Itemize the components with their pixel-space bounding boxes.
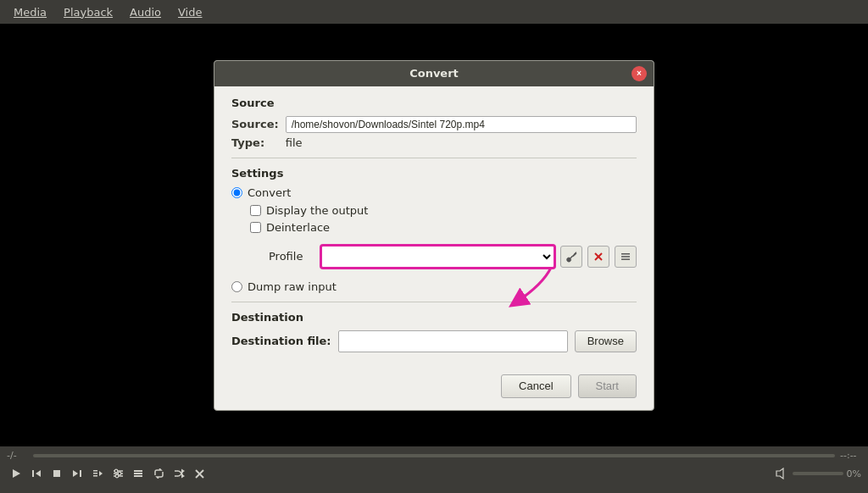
svg-marker-31 — [776, 468, 783, 479]
dialog-overlay: Convert × Source Source: Type: file — [0, 24, 868, 446]
indent-options: Display the output Deinterlace Profile — [250, 204, 637, 275]
destination-section-title: Destination — [231, 311, 637, 324]
controls-bar: -/- --:-- — [0, 446, 868, 493]
dump-raw-label: Dump raw input — [248, 280, 337, 293]
dump-raw-radio[interactable] — [231, 281, 242, 292]
next-button[interactable] — [68, 464, 86, 483]
dialog-title: Convert — [236, 67, 632, 80]
prev-icon — [31, 468, 42, 479]
svg-rect-9 — [53, 470, 60, 477]
stop-button[interactable] — [47, 464, 66, 483]
type-value: file — [286, 136, 637, 149]
vlc-window: Media Playback Audio Vide Convert × — [0, 0, 868, 493]
svg-rect-23 — [134, 473, 142, 474]
menu-audio[interactable]: Audio — [123, 4, 168, 20]
svg-point-21 — [115, 474, 119, 478]
progress-bar[interactable] — [33, 454, 835, 457]
next-icon — [72, 468, 82, 479]
close-media-icon — [195, 469, 204, 479]
play-icon — [11, 468, 21, 479]
radio-group: Convert Display the output Deinterlace — [231, 186, 637, 293]
display-output-option: Display the output — [250, 204, 637, 217]
volume-bar[interactable] — [793, 472, 843, 475]
time-right: --:-- — [840, 450, 861, 461]
svg-marker-6 — [13, 469, 20, 478]
close-media-button[interactable] — [190, 464, 209, 483]
stop-icon — [53, 469, 61, 478]
svg-marker-7 — [36, 470, 41, 477]
deinterlace-option: Deinterlace — [250, 221, 637, 234]
list-icon — [620, 251, 632, 263]
svg-marker-28 — [181, 469, 185, 474]
browse-button[interactable]: Browse — [575, 330, 637, 352]
source-label: Source: — [231, 118, 279, 130]
dialog-actions: Cancel Start — [214, 366, 654, 410]
type-label: Type: — [231, 136, 279, 149]
svg-marker-15 — [99, 471, 103, 476]
svg-marker-27 — [181, 474, 185, 479]
convert-dialog: Convert × Source Source: Type: file — [214, 60, 654, 411]
menu-media[interactable]: Media — [7, 4, 53, 20]
shuffle-button[interactable] — [170, 464, 188, 483]
play-button[interactable] — [7, 464, 25, 483]
convert-label: Convert — [248, 186, 291, 199]
loop-icon — [153, 468, 164, 479]
deinterlace-label: Deinterlace — [266, 221, 330, 234]
playlist-view-button[interactable] — [129, 464, 147, 483]
svg-marker-10 — [73, 470, 78, 477]
toggle-playlist-button[interactable] — [88, 464, 107, 483]
deinterlace-checkbox[interactable] — [250, 222, 261, 233]
svg-rect-13 — [93, 473, 97, 474]
source-input[interactable] — [286, 116, 637, 133]
svg-rect-4 — [621, 256, 630, 258]
svg-rect-3 — [621, 253, 630, 255]
dest-file-label: Destination file: — [231, 335, 331, 347]
shuffle-icon — [174, 468, 185, 479]
volume-area: 0% — [776, 468, 861, 479]
video-area: Convert × Source Source: Type: file — [0, 24, 868, 446]
convert-radio[interactable] — [231, 187, 242, 198]
profile-settings-button[interactable] — [560, 246, 582, 268]
dest-file-input[interactable] — [338, 330, 568, 352]
svg-rect-12 — [93, 470, 97, 472]
source-section-title: Source — [231, 97, 637, 109]
svg-rect-22 — [134, 470, 142, 472]
convert-option: Convert — [231, 186, 637, 199]
volume-percent: 0% — [847, 468, 861, 479]
btn-row: 0% — [7, 464, 861, 483]
prev-button[interactable] — [27, 464, 46, 483]
menu-video[interactable]: Vide — [171, 4, 209, 20]
volume-icon — [776, 468, 789, 479]
svg-rect-5 — [621, 258, 630, 260]
svg-point-19 — [114, 469, 118, 473]
extended-settings-button[interactable] — [108, 464, 127, 483]
settings-section-title: Settings — [231, 167, 637, 180]
dump-raw-option: Dump raw input — [231, 280, 637, 293]
wrench-icon — [565, 251, 577, 263]
svg-rect-14 — [93, 475, 97, 477]
divider-2 — [231, 302, 637, 302]
time-left: -/- — [7, 450, 28, 461]
dialog-titlebar: Convert × — [214, 61, 654, 86]
extended-icon — [113, 468, 124, 479]
svg-rect-11 — [80, 470, 81, 477]
loop-button[interactable] — [149, 464, 168, 483]
cancel-button[interactable]: Cancel — [501, 374, 570, 398]
svg-rect-8 — [32, 470, 34, 477]
profile-select[interactable] — [320, 245, 555, 269]
dialog-close-button[interactable]: × — [632, 66, 647, 81]
profile-delete-button[interactable] — [587, 246, 609, 268]
profile-edit-button[interactable] — [615, 246, 637, 268]
start-button[interactable]: Start — [578, 374, 637, 398]
progress-row: -/- --:-- — [7, 450, 861, 461]
svg-rect-24 — [134, 475, 142, 477]
playlist-icon — [92, 468, 103, 479]
display-output-label: Display the output — [266, 204, 368, 217]
list-view-icon — [133, 468, 143, 479]
dialog-content: Source Source: Type: file Settings — [214, 86, 654, 366]
destination-row: Destination file: Browse — [231, 330, 637, 352]
display-output-checkbox[interactable] — [250, 205, 261, 216]
close-icon — [593, 252, 604, 262]
menu-playback[interactable]: Playback — [57, 4, 120, 20]
profile-label: Profile — [269, 250, 315, 263]
